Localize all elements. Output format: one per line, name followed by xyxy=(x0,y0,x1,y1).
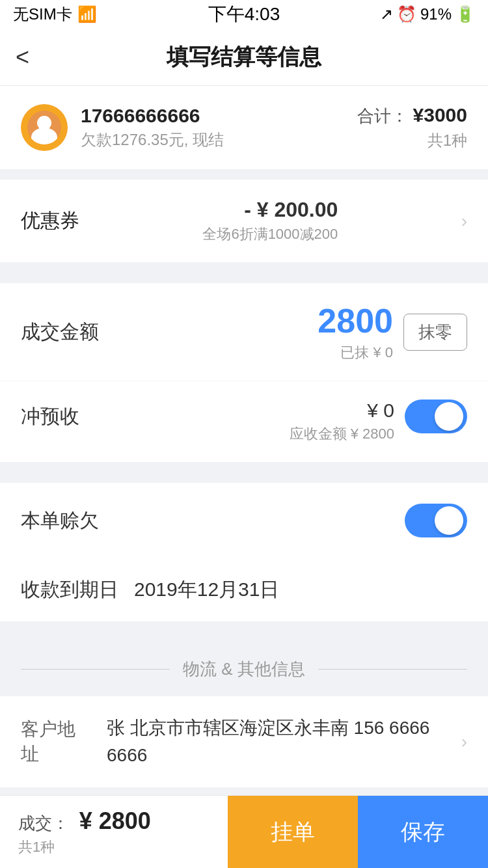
coupon-chevron-icon: › xyxy=(461,211,467,232)
total-label: 合计： xyxy=(357,106,408,126)
transaction-amount: 2800 xyxy=(318,301,393,340)
address-label: 客户地址 xyxy=(21,717,86,766)
logistics-label: 物流 & 其他信息 xyxy=(183,658,305,681)
advance-row: 冲预收 ¥ 0 应收金额 ¥ 2800 xyxy=(0,381,488,462)
customer-phone: 17666666666 xyxy=(81,105,224,127)
coupon-description: 全场6折满1000减200 xyxy=(202,224,338,244)
status-left: 无SIM卡 📶 xyxy=(13,4,97,25)
content-area: 17666666666 欠款1276.35元, 现结 合计： ¥3000 共1种… xyxy=(0,86,488,868)
address-row[interactable]: 客户地址 张 北京市市辖区海淀区永丰南 156 6666 6666 › xyxy=(0,696,488,787)
battery-icon: 🔋 xyxy=(455,5,475,23)
logistics-header: 物流 & 其他信息 xyxy=(0,642,488,696)
address-value: 张 北京市市辖区海淀区永丰南 156 6666 6666 xyxy=(107,714,454,769)
transaction-label: 成交金额 xyxy=(21,319,99,346)
advance-right: ¥ 0 应收金额 ¥ 2800 xyxy=(290,400,467,444)
wifi-icon: 📶 xyxy=(77,5,97,23)
advance-values: ¥ 0 应收金额 ¥ 2800 xyxy=(290,400,394,444)
section-divider-2 xyxy=(0,472,488,483)
customer-subtitle: 欠款1276.35元, 现结 xyxy=(81,129,224,150)
advance-toggle-knob xyxy=(435,402,463,431)
nav-bar: < 填写结算等信息 xyxy=(0,29,488,86)
total-amount: ¥3000 xyxy=(413,104,467,126)
section-divider-3 xyxy=(0,632,488,642)
section-divider-1 xyxy=(0,273,488,283)
battery-text: 91% xyxy=(420,5,452,23)
bottom-deal-amount: ¥ 2800 xyxy=(79,807,151,834)
address-chevron-icon: › xyxy=(461,731,467,752)
advance-sub: 应收金额 ¥ 2800 xyxy=(290,424,394,444)
save-button[interactable]: 保存 xyxy=(358,796,488,869)
credit-row: 本单赊欠 xyxy=(0,483,488,558)
status-time: 下午4:03 xyxy=(208,2,280,27)
customer-right: 合计： ¥3000 共1种 xyxy=(357,104,467,151)
logistics-line-right xyxy=(318,669,467,670)
bottom-deal-row: 成交： ¥ 2800 xyxy=(18,807,210,835)
advance-amount: ¥ 0 xyxy=(290,400,394,422)
customer-left: 17666666666 欠款1276.35元, 现结 xyxy=(21,104,224,151)
total-label-amount: 合计： ¥3000 xyxy=(357,104,467,128)
advance-label: 冲预收 xyxy=(21,400,79,430)
status-bar: 无SIM卡 📶 下午4:03 ↗ ⏰ 91% 🔋 xyxy=(0,0,488,29)
transaction-amount-block: 2800 已抹 ¥ 0 xyxy=(318,301,393,362)
credit-toggle-knob xyxy=(435,506,463,535)
credit-label: 本单赊欠 xyxy=(21,508,99,534)
coupon-row[interactable]: 优惠券 - ¥ 200.00 全场6折满1000减200 › xyxy=(0,180,488,262)
advance-toggle[interactable] xyxy=(405,400,467,433)
transaction-sub: 已抹 ¥ 0 xyxy=(318,343,393,362)
status-right: ↗ ⏰ 91% 🔋 xyxy=(380,5,475,23)
customer-info: 17666666666 欠款1276.35元, 现结 xyxy=(81,105,224,150)
avatar-inner xyxy=(27,111,61,144)
form-section-credit: 本单赊欠 收款到期日 2019年12月31日 xyxy=(0,483,488,621)
form-section-transaction: 成交金额 2800 已抹 ¥ 0 抹零 冲预收 ¥ 0 应收金额 ¥ 2800 xyxy=(0,283,488,462)
due-date-row: 收款到期日 2019年12月31日 xyxy=(0,558,488,621)
transaction-value-area: 2800 已抹 ¥ 0 抹零 xyxy=(318,301,467,362)
coupon-right-info: - ¥ 200.00 全场6折满1000减200 xyxy=(202,198,338,244)
due-date-value: 2019年12月31日 xyxy=(134,576,279,603)
customer-row: 17666666666 欠款1276.35元, 现结 合计： ¥3000 共1种 xyxy=(0,86,488,169)
back-button[interactable]: < xyxy=(16,44,29,71)
bottom-bar: 成交： ¥ 2800 共1种 挂单 保存 xyxy=(0,795,488,868)
pending-button[interactable]: 挂单 xyxy=(228,796,358,869)
location-icon: ↗ xyxy=(380,5,393,23)
carrier-text: 无SIM卡 xyxy=(13,4,72,25)
bottom-summary: 成交： ¥ 2800 共1种 xyxy=(0,807,228,857)
transaction-row: 成交金额 2800 已抹 ¥ 0 抹零 xyxy=(0,283,488,381)
total-count: 共1种 xyxy=(357,130,467,151)
bottom-deal-label: 成交： xyxy=(18,813,69,833)
page-title: 填写结算等信息 xyxy=(167,42,321,72)
coupon-label: 优惠券 xyxy=(21,208,79,234)
alarm-icon: ⏰ xyxy=(397,5,416,23)
logistics-line-left xyxy=(21,669,170,670)
bottom-count: 共1种 xyxy=(18,837,210,857)
coupon-discount: - ¥ 200.00 xyxy=(202,198,338,222)
due-date-label: 收款到期日 xyxy=(21,576,118,603)
avatar xyxy=(21,104,68,151)
round-button[interactable]: 抹零 xyxy=(403,314,467,351)
credit-toggle[interactable] xyxy=(405,504,467,537)
